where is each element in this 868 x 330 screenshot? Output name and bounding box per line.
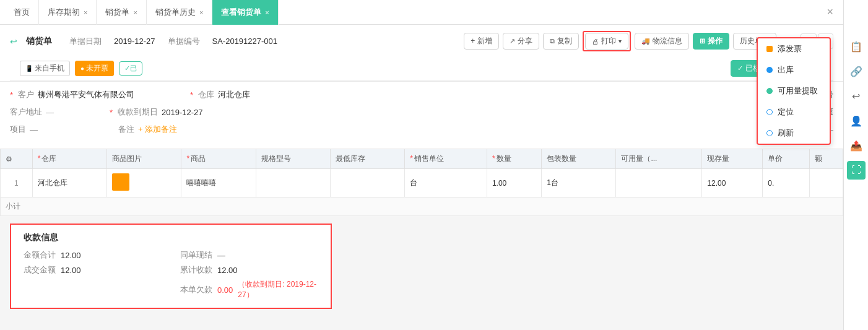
summary-grid: 金额合计 12.00 同单现结 — 成交金额 12.00 累计收款 12.00 …	[24, 250, 318, 300]
sidebar-icon-user[interactable]: 👤	[847, 111, 866, 130]
add-note-button[interactable]: + 添加备注	[138, 124, 177, 135]
row-num: 1	[1, 169, 33, 198]
date-label: 单据日期	[69, 36, 102, 47]
tab-sales-history-close[interactable]: ×	[199, 9, 203, 16]
sidebar-icon-doc[interactable]: 📋	[847, 37, 866, 56]
row-spec	[256, 169, 330, 198]
dropdown-add-invoice[interactable]: 添发票	[758, 38, 830, 59]
sidebar-icon-export[interactable]: 📤	[847, 136, 866, 155]
warehouse-field: * 仓库 河北仓库	[190, 89, 250, 100]
sidebar-icon-return[interactable]: ↩	[847, 87, 866, 105]
tab-sales-order[interactable]: 销货单 ×	[97, 0, 146, 25]
available-qty-label: 可用量提取	[778, 85, 818, 97]
sales-table: ⚙ *仓库 商品图片 *商品 规格型号 最低库存 *销售单位 *数量 包装数量 …	[0, 149, 843, 216]
tab-view-label: 查看销货单	[221, 7, 261, 18]
sidebar-icon-expand[interactable]: ⛶	[847, 161, 866, 180]
row-min-stock	[331, 169, 405, 198]
deal-amount-value: 12.00	[61, 266, 81, 275]
print-button[interactable]: 🖨 打印 ▾	[585, 33, 628, 50]
table-header-row: ⚙ *仓库 商品图片 *商品 规格型号 最低库存 *销售单位 *数量 包装数量 …	[1, 149, 843, 169]
not-open-button[interactable]: ● 未开票	[75, 61, 114, 76]
row-current-stock: 12.00	[702, 169, 763, 198]
amount-label: 金额合计	[24, 250, 56, 261]
tab-home[interactable]: 首页	[5, 0, 39, 25]
tab-view-close[interactable]: ×	[265, 9, 269, 16]
copy-label: 复制	[557, 36, 572, 46]
locate-icon	[766, 109, 773, 115]
logistics-button[interactable]: 🚚 物流信息	[635, 33, 689, 50]
available-qty-icon	[766, 88, 773, 94]
col-product: *商品	[181, 149, 256, 169]
cumulative: 累计收款 12.00	[180, 264, 318, 276]
tab-sales-history-label: 销货单历史	[155, 7, 196, 18]
same-order: 同单现结 —	[180, 250, 318, 261]
form-title-row: ↩ 销货单 单据日期 2019-12-27 单据编号 SA-20191227-0…	[10, 31, 833, 51]
owed: 本单欠款 0.00 （收款到期日: 2019-12-27）	[180, 279, 318, 300]
row-amount	[810, 169, 843, 198]
tab-inventory-init[interactable]: 库存期初 ×	[39, 0, 97, 25]
payment-date-required: *	[110, 108, 113, 117]
operate-label: 操作	[708, 36, 723, 46]
subtotal-row: 小计	[1, 198, 843, 216]
col-img: 商品图片	[107, 149, 181, 169]
dropdown-outbound[interactable]: 出库	[758, 59, 830, 80]
row-available	[616, 169, 702, 198]
same-order-label: 同单现结	[180, 250, 212, 261]
operate-button[interactable]: ⊞ 操作	[693, 33, 729, 50]
note-field: 备注 + 添加备注	[118, 124, 177, 135]
subtotal-label: 小计	[1, 198, 843, 216]
dropdown-menu: 添发票 出库 可用量提取 定位 刷新	[757, 37, 831, 145]
date-value: 2019-12-27	[114, 37, 155, 46]
form-title: 销货单	[26, 36, 52, 47]
warehouse-value: 河北仓库	[218, 89, 250, 100]
share-label: 分享	[518, 36, 532, 46]
sub-toolbar: 📱 来自手机 ● 未开票 ✓已 ✓ 已核销 ✓ 已生效	[10, 56, 833, 81]
tab-sales-history[interactable]: 销货单历史 ×	[147, 0, 212, 25]
tab-inventory-close[interactable]: ×	[84, 9, 87, 16]
print-label: 打印	[601, 36, 616, 46]
copy-button[interactable]: ⧉ 复制	[543, 33, 579, 50]
check-icon-btn[interactable]: ✓已	[119, 61, 142, 76]
col-amount: 额	[810, 149, 843, 169]
from-phone-button[interactable]: 📱 来自手机	[20, 61, 70, 76]
customer-label: 客户	[18, 89, 34, 100]
customer-value: 柳州粤港平安气体有限公司	[38, 89, 134, 100]
dropdown-locate[interactable]: 定位	[758, 102, 830, 123]
dropdown-refresh[interactable]: 刷新	[758, 123, 830, 144]
refresh-icon	[766, 130, 773, 136]
outbound-icon	[766, 67, 773, 73]
row-unit: 台	[405, 169, 487, 198]
share-button[interactable]: ↗ 分享	[503, 33, 539, 50]
col-settings[interactable]: ⚙	[1, 149, 33, 169]
summary-title: 收款信息	[24, 232, 318, 243]
same-order-value: —	[217, 251, 225, 260]
col-current-stock: 现存量	[702, 149, 763, 169]
dropdown-available-qty[interactable]: 可用量提取	[758, 80, 830, 102]
tab-view-sales[interactable]: 查看销货单 ×	[212, 0, 278, 25]
new-button[interactable]: + 新增	[464, 33, 498, 50]
refresh-label: 刷新	[778, 128, 794, 139]
tab-sales-close[interactable]: ×	[133, 9, 137, 16]
warehouse-required: *	[190, 90, 193, 100]
col-qty: *数量	[487, 149, 541, 169]
row-img	[107, 169, 181, 198]
add-invoice-label: 添发票	[778, 43, 802, 54]
payment-date-value: 2019-12-27	[162, 108, 203, 117]
col-min-stock: 最低库存	[331, 149, 405, 169]
amount-total: 金额合计 12.00	[24, 250, 162, 261]
window-close-button[interactable]: ×	[822, 6, 838, 19]
project-value: —	[30, 125, 38, 134]
form-header: ↩ 销货单 单据日期 2019-12-27 单据编号 SA-20191227-0…	[0, 25, 843, 82]
logistics-label: 物流信息	[653, 36, 682, 46]
deal-amount: 成交金额 12.00	[24, 264, 162, 276]
customer-required: *	[10, 90, 13, 100]
form-fields: * 客户 柳州粤港平安气体有限公司 * 仓库 河北仓库 业务员 演示账号 客户地…	[0, 82, 843, 149]
row-pack-qty: 1台	[542, 169, 616, 198]
tab-sales-label: 销货单	[105, 7, 129, 18]
tab-inventory-label: 库存期初	[48, 7, 80, 18]
sidebar-icon-link[interactable]: 🔗	[847, 62, 866, 80]
data-table-container: ⚙ *仓库 商品图片 *商品 规格型号 最低库存 *销售单位 *数量 包装数量 …	[0, 149, 843, 216]
col-pack-qty: 包装数量	[542, 149, 616, 169]
no-label: 单据编号	[168, 36, 200, 47]
add-invoice-icon	[766, 46, 773, 52]
